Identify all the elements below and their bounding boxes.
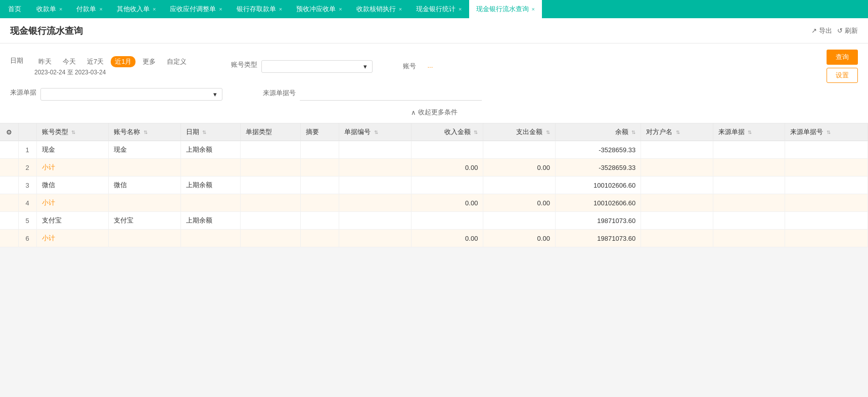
refresh-button[interactable]: ↺ 刷新 [837,26,858,35]
account-type-label: 账号类型 [231,60,257,69]
cell-gear [0,177,18,194]
cell-no: 1 [18,141,36,159]
cell-doc-no [339,141,412,159]
sort-account-name-icon: ⇅ [144,129,148,135]
cell-account-name [109,194,181,212]
nav-tab-adjust[interactable]: 应收应付调整单 × [163,0,229,18]
cell-gear [0,194,18,212]
close-tab-0-icon[interactable]: × [59,6,62,12]
cell-date: 上期余额 [180,177,241,194]
close-tab-3-icon[interactable]: × [219,6,222,12]
date-btn-today[interactable]: 今天 [59,56,80,67]
account-more-button[interactable]: ... [427,62,433,69]
cell-source-doc [713,230,785,247]
nav-tab-stats[interactable]: 现金银行统计 × [409,0,469,18]
data-table-container: ⚙ 账号类型 ⇅ 账号名称 ⇅ 日期 ⇅ 单据类型 [0,123,868,247]
table-row: 3 微信 微信 上期余额 100102606.60 [0,177,868,194]
th-doc-no[interactable]: 单据编号 ⇅ [339,123,412,141]
th-expense[interactable]: 支出金额 ⇅ [483,123,556,141]
nav-tab-fukuandan[interactable]: 付款单 × [69,0,109,18]
cell-expense [483,141,556,159]
th-counterparty[interactable]: 对方户名 ⇅ [641,123,713,141]
nav-tab-cashflow[interactable]: 现金银行流水查询 × [469,0,542,18]
th-income[interactable]: 收入金额 ⇅ [411,123,483,141]
cell-summary [300,230,339,247]
source-doc-no-input[interactable] [300,89,482,101]
table-body: 1 现金 现金 上期余额 -3528659.33 2 小计 0.00 0.00 … [0,141,868,247]
th-rownum [18,123,36,141]
nav-tab-shoukuandan[interactable]: 收款单 × [29,0,69,18]
cell-income [411,212,483,230]
cell-source-doc [713,212,785,230]
account-type-select[interactable]: ▾ [261,60,373,73]
th-account-name[interactable]: 账号名称 ⇅ [109,123,181,141]
date-range-display: 2023-02-24 至 2023-03-24 [34,68,191,77]
account-type-chevron-icon: ▾ [363,63,367,70]
close-tab-8-icon[interactable]: × [532,6,535,12]
th-doc-type: 单据类型 [241,123,301,141]
table-row: 4 小计 0.00 0.00 100102606.60 [0,194,868,212]
collapse-button[interactable]: ∧ 收起更多条件 [411,108,458,117]
th-balance[interactable]: 余额 ⇅ [555,123,641,141]
date-btn-custom[interactable]: 自定义 [163,56,191,67]
date-btn-7days[interactable]: 近7天 [83,56,108,67]
export-icon: ↗ [811,27,817,34]
th-source-doc-no[interactable]: 来源单据号 ⇅ [785,123,868,141]
nav-tab-qtsr[interactable]: 其他收入单 × [110,0,163,18]
sort-source-doc-no-icon: ⇅ [827,129,831,135]
cell-balance: 19871073.60 [555,230,641,247]
nav-tab-bank[interactable]: 银行存取款单 × [230,0,289,18]
date-btn-yesterday[interactable]: 昨天 [34,56,56,67]
close-tab-4-icon[interactable]: × [279,6,282,12]
source-doc-select[interactable]: ▾ [40,88,222,101]
cell-no: 3 [18,177,36,194]
nav-home[interactable]: 首页 [0,0,29,18]
cell-date [180,230,241,247]
sort-account-type-icon: ⇅ [71,129,75,135]
nav-tab-verify[interactable]: 收款核销执行 × [349,0,409,18]
export-button[interactable]: ↗ 导出 [811,26,832,35]
cell-account-name: 现金 [109,141,181,159]
close-tab-2-icon[interactable]: × [153,6,156,12]
query-button[interactable]: 查询 [827,50,858,65]
date-btn-1month[interactable]: 近1月 [111,56,135,67]
cell-gear [0,159,18,177]
cell-account-name: 微信 [109,177,181,194]
cell-no: 4 [18,194,36,212]
date-options: 昨天 今天 近7天 近1月 更多 自定义 [34,56,191,67]
th-date[interactable]: 日期 ⇅ [180,123,241,141]
date-filter-group: 日期 昨天 今天 近7天 近1月 更多 自定义 2023-02-24 至 202… [10,56,191,77]
sort-date-icon: ⇅ [202,129,206,135]
cell-source-doc-no [785,159,868,177]
cell-balance: 19871073.60 [555,212,641,230]
close-tab-6-icon[interactable]: × [399,6,402,12]
th-source-doc[interactable]: 来源单据 ⇅ [713,123,785,141]
nav-tab-prepay[interactable]: 预收冲应收单 × [289,0,349,18]
cell-doc-type [241,212,301,230]
cell-account-type: 支付宝 [36,212,109,230]
cell-balance: 100102606.60 [555,194,641,212]
cell-no: 5 [18,212,36,230]
source-doc-no-label: 来源单据号 [263,89,296,98]
source-doc-filter-group: 来源单据 ▾ [10,88,222,101]
th-gear[interactable]: ⚙ [0,123,18,141]
cell-no: 6 [18,230,36,247]
gear-icon: ⚙ [6,128,12,136]
th-account-type[interactable]: 账号类型 ⇅ [36,123,109,141]
account-label: 账号 [403,62,423,71]
cell-counterparty [641,212,713,230]
account-type-filter-group: 账号类型 ▾ [231,60,373,73]
settings-button[interactable]: 设置 [827,68,858,83]
date-btn-more[interactable]: 更多 [139,56,160,67]
account-filter-group: 账号 ... [403,62,436,71]
cell-source-doc-no [785,212,868,230]
cell-date [180,159,241,177]
close-tab-7-icon[interactable]: × [459,6,462,12]
close-tab-1-icon[interactable]: × [99,6,102,12]
cell-doc-no [339,194,412,212]
cell-no: 2 [18,159,36,177]
cell-source-doc [713,177,785,194]
close-tab-5-icon[interactable]: × [339,6,342,12]
source-doc-no-filter-group: 来源单据号 [263,89,482,101]
cell-source-doc [713,194,785,212]
